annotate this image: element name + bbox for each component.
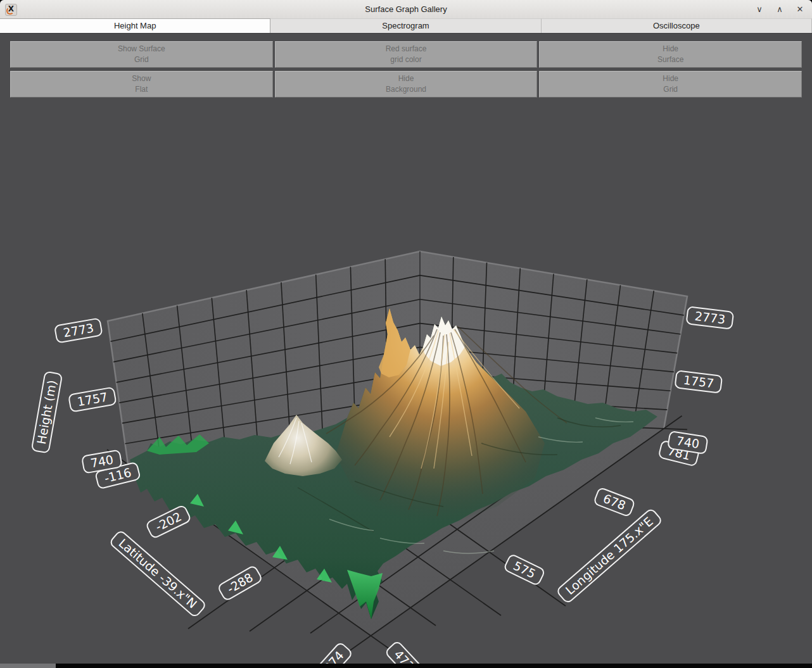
button-label: Hide bbox=[276, 73, 537, 84]
surface-3d-view[interactable]: -116 2773 1757 740 Height (m) 781 2773 1… bbox=[0, 0, 812, 668]
hide-surface-button[interactable]: Hide Surface bbox=[539, 41, 802, 68]
show-flat-button[interactable]: Show Flat bbox=[10, 71, 273, 98]
window-title: Surface Graph Gallery bbox=[0, 0, 812, 18]
tab-spectrogram[interactable]: Spectrogram bbox=[270, 18, 541, 33]
button-label: Background bbox=[276, 84, 537, 95]
bottom-edge-segment bbox=[0, 664, 56, 668]
button-label: Hide bbox=[540, 73, 801, 84]
hide-background-button[interactable]: Hide Background bbox=[275, 71, 538, 98]
bottom-window-edge bbox=[0, 664, 812, 668]
button-label: Grid bbox=[540, 84, 801, 95]
hide-grid-button[interactable]: Hide Grid bbox=[539, 71, 802, 98]
button-label: Grid bbox=[11, 54, 272, 65]
show-surface-grid-button[interactable]: Show Surface Grid bbox=[10, 41, 273, 68]
button-label: Show Surface bbox=[11, 44, 272, 54]
button-label: grid color bbox=[276, 54, 537, 65]
button-label: Red surface bbox=[276, 44, 537, 54]
button-label: Show bbox=[11, 73, 272, 84]
shade-window-icon[interactable]: ∨ bbox=[754, 4, 765, 15]
title-bar[interactable]: X Surface Graph Gallery ∨ ∧ ✕ bbox=[0, 0, 812, 19]
tab-bar: Height Map Spectrogram Oscilloscope bbox=[0, 18, 812, 34]
button-label: Surface bbox=[540, 54, 801, 65]
surface-plot-canvas bbox=[0, 0, 812, 668]
button-label: Flat bbox=[11, 84, 272, 95]
close-window-icon[interactable]: ✕ bbox=[794, 4, 806, 15]
tab-oscilloscope[interactable]: Oscilloscope bbox=[542, 18, 812, 33]
red-surface-grid-color-button[interactable]: Red surface grid color bbox=[275, 41, 538, 68]
maximize-window-icon[interactable]: ∧ bbox=[774, 4, 785, 15]
button-label: Hide bbox=[540, 44, 801, 54]
tab-height-map[interactable]: Height Map bbox=[0, 18, 270, 33]
app-window: X Surface Graph Gallery ∨ ∧ ✕ Height Map… bbox=[0, 0, 812, 668]
